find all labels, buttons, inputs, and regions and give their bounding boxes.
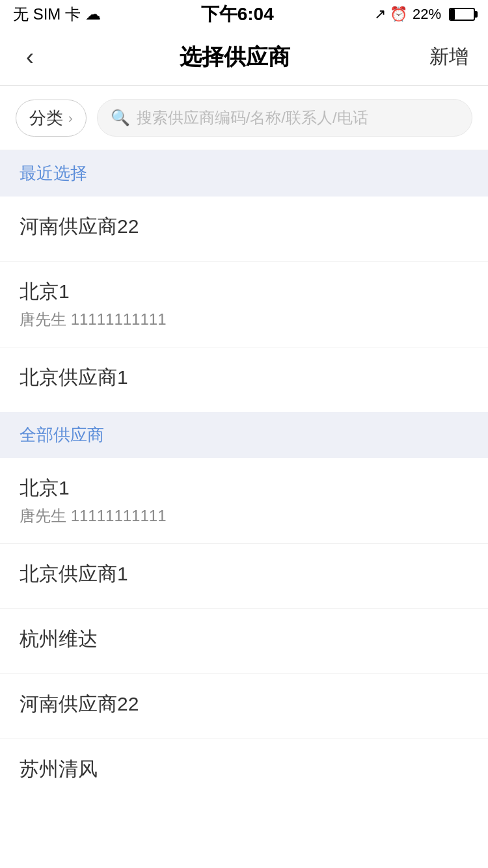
recent-list: 河南供应商22北京1唐先生 11111111111北京供应商1 (0, 197, 488, 412)
filter-bar: 分类 › 🔍 搜索供应商编码/名称/联系人/电话 (0, 86, 488, 150)
chevron-right-icon: › (68, 111, 73, 126)
recent-section-header: 最近选择 (0, 150, 488, 197)
recent-section-label: 最近选择 (20, 163, 87, 183)
status-left: 无 SIM 卡 ☁ (13, 4, 101, 25)
list-item[interactable]: 苏州清风 (0, 739, 488, 804)
item-name: 河南供应商22 (20, 213, 468, 240)
list-item[interactable]: 河南供应商22 (0, 197, 488, 262)
page-title: 选择供应商 (180, 42, 290, 72)
search-placeholder: 搜索供应商编码/名称/联系人/电话 (137, 107, 368, 128)
item-name: 北京供应商1 (20, 364, 468, 391)
list-item[interactable]: 北京供应商1 (0, 544, 488, 609)
search-box[interactable]: 🔍 搜索供应商编码/名称/联系人/电话 (97, 99, 472, 137)
battery-icon (449, 8, 475, 21)
all-section-header: 全部供应商 (0, 412, 488, 458)
back-button[interactable]: ‹ (20, 37, 40, 77)
add-button[interactable]: 新增 (429, 44, 468, 70)
item-sub: 唐先生 11111111111 (20, 309, 468, 330)
list-item[interactable]: 北京供应商1 (0, 347, 488, 412)
status-right: ↗ ⏰ 22% (374, 6, 475, 23)
item-name: 北京1 (20, 475, 468, 502)
status-icons: ↗ ⏰ (374, 6, 407, 23)
list-item[interactable]: 北京1唐先生 11111111111 (0, 262, 488, 347)
sim-label: 无 SIM 卡 ☁ (13, 4, 101, 25)
status-time: 下午6:04 (201, 2, 274, 27)
category-label: 分类 (29, 107, 63, 129)
item-name: 河南供应商22 (20, 691, 468, 718)
list-item[interactable]: 河南供应商22 (0, 674, 488, 739)
item-name: 杭州维达 (20, 626, 468, 653)
all-list: 北京1唐先生 11111111111北京供应商1杭州维达河南供应商22苏州清风 (0, 458, 488, 804)
item-sub: 唐先生 11111111111 (20, 506, 468, 526)
status-bar: 无 SIM 卡 ☁ 下午6:04 ↗ ⏰ 22% (0, 0, 488, 29)
list-item[interactable]: 北京1唐先生 11111111111 (0, 458, 488, 544)
battery-percent: 22% (413, 6, 441, 23)
item-name: 北京供应商1 (20, 561, 468, 588)
search-icon: 🔍 (111, 109, 130, 127)
item-name: 苏州清风 (20, 756, 468, 783)
item-name: 北京1 (20, 278, 468, 305)
nav-bar: ‹ 选择供应商 新增 (0, 29, 488, 86)
all-section-label: 全部供应商 (20, 425, 104, 444)
category-button[interactable]: 分类 › (16, 100, 87, 137)
list-item[interactable]: 杭州维达 (0, 609, 488, 674)
